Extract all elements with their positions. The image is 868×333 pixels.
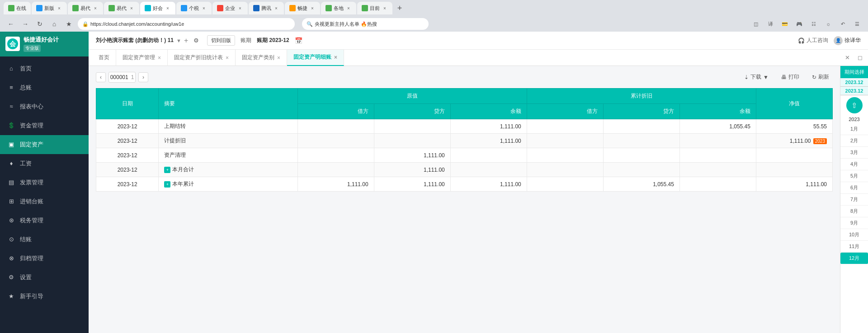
- close-pane-icon[interactable]: ✕: [843, 53, 852, 62]
- page-tab-0[interactable]: 首页: [92, 50, 116, 66]
- url-input[interactable]: 🔒 https://cloud.chanjet.com/accounting/u…: [78, 18, 295, 30]
- browser-tab-1[interactable]: 新版×: [32, 2, 67, 14]
- brightness-icon[interactable]: ☼: [823, 19, 834, 29]
- tab-favicon: [145, 5, 151, 11]
- grid-icon[interactable]: ☷: [808, 19, 819, 29]
- extensions-icon[interactable]: ◫: [750, 19, 761, 29]
- tab-label: 畅捷: [297, 5, 307, 12]
- browser-tab-5[interactable]: 个税×: [176, 2, 212, 14]
- sidebar-item-ledger[interactable]: ≡总账: [0, 78, 89, 97]
- period-month-9[interactable]: 9月: [840, 217, 868, 229]
- period-month-12[interactable]: 12月: [840, 253, 868, 264]
- support-label: 人工咨询: [807, 37, 828, 44]
- sidebar-item-invoice[interactable]: ▤发票管理: [0, 173, 89, 192]
- sidebar-item-tax[interactable]: ⊛税务管理: [0, 211, 89, 230]
- sidebar-item-close-account[interactable]: ⊙结账: [0, 230, 89, 249]
- tab-close-button[interactable]: ×: [56, 5, 62, 11]
- period-secondary-display: 2023.12: [840, 87, 868, 95]
- page-tab-2[interactable]: 固定资产折旧统计表×: [168, 50, 236, 66]
- period-month-2[interactable]: 2月: [840, 135, 868, 147]
- period-month-5[interactable]: 5月: [840, 170, 868, 182]
- switch-version-button[interactable]: 切到旧版: [207, 35, 235, 46]
- period-month-3[interactable]: 3月: [840, 147, 868, 159]
- browser-tab-9[interactable]: 各地×: [321, 2, 356, 14]
- tab-close-button[interactable]: ×: [273, 5, 279, 11]
- tab-close-button[interactable]: ×: [345, 5, 352, 11]
- page-tab-close[interactable]: ×: [334, 54, 337, 61]
- tab-close-button[interactable]: ×: [128, 5, 135, 11]
- undo-icon[interactable]: ↶: [837, 19, 848, 29]
- page-tab-1[interactable]: 固定资产管理×: [116, 50, 168, 66]
- sidebar-item-home[interactable]: ⌂首页: [0, 59, 89, 78]
- sidebar-item-asset[interactable]: ▣固定资产: [0, 135, 89, 154]
- game-icon[interactable]: 🎮: [794, 19, 805, 29]
- period-month-8[interactable]: 8月: [840, 206, 868, 217]
- page-tab-close[interactable]: ×: [277, 55, 280, 61]
- period-value: 账期 2023-12: [257, 37, 289, 44]
- page-number-display[interactable]: 000001 1: [108, 72, 136, 83]
- page-tab-close[interactable]: ×: [158, 55, 161, 61]
- print-button[interactable]: 🖶 打印: [778, 71, 803, 83]
- translate-icon[interactable]: 译: [765, 19, 776, 29]
- settings-company-icon[interactable]: ⚙: [191, 35, 202, 46]
- tab-close-button[interactable]: ×: [92, 5, 99, 11]
- support-button[interactable]: 🎧 人工咨询: [798, 37, 828, 44]
- page-tab-close[interactable]: ×: [226, 55, 229, 61]
- user-button[interactable]: 👤 徐译华: [834, 36, 861, 45]
- tab-close-button[interactable]: ×: [382, 5, 388, 11]
- browser-tab-7[interactable]: 腾讯×: [249, 2, 284, 14]
- cell-orig-credit: 1,111.00: [374, 177, 450, 192]
- sidebar-item-guide[interactable]: ★新手引导: [0, 287, 89, 306]
- page-tab-3[interactable]: 固定资产类别×: [236, 50, 287, 66]
- tab-label: 易代: [117, 5, 127, 12]
- cell-dep-balance: 1,055.45: [679, 119, 756, 134]
- sidebar-item-chart[interactable]: ≈报表中心: [0, 97, 89, 116]
- sidebar-item-salary[interactable]: ♦工资: [0, 154, 89, 173]
- browser-tab-10[interactable]: 目前×: [357, 2, 392, 14]
- browser-tab-6[interactable]: 企业×: [212, 2, 248, 14]
- browser-toolbar-right: ◫ 译 💳 🎮 ☷ ☼ ↶ ☰: [750, 19, 863, 29]
- scroll-up-button[interactable]: ⇧: [846, 97, 863, 113]
- tab-close-button[interactable]: ×: [309, 5, 316, 11]
- search-bar[interactable]: 🔍 央视更新主持人名单 🔥热搜: [302, 18, 429, 30]
- page-tab-4[interactable]: 固定资产明细账×: [287, 50, 344, 66]
- period-month-4[interactable]: 4月: [840, 159, 868, 170]
- browser-tab-4[interactable]: 好会×: [140, 2, 175, 14]
- period-month-11[interactable]: 11月: [840, 241, 868, 253]
- tab-close-button[interactable]: ×: [165, 5, 171, 11]
- period-month-6[interactable]: 6月: [840, 182, 868, 194]
- print-icon: 🖶: [781, 74, 787, 80]
- bookmark-button[interactable]: ★: [63, 19, 74, 29]
- back-button[interactable]: ←: [5, 19, 16, 29]
- tab-close-button[interactable]: ×: [201, 5, 207, 11]
- period-month-7[interactable]: 7月: [840, 194, 868, 206]
- cell-dep-credit: [603, 163, 679, 177]
- new-tab-button[interactable]: +: [393, 2, 406, 14]
- browser-tab-0[interactable]: 在线: [4, 2, 31, 14]
- browser-tab-2[interactable]: 易代×: [68, 2, 103, 14]
- period-month-10[interactable]: 10月: [840, 229, 868, 241]
- dropdown-icon[interactable]: ▼: [176, 38, 181, 43]
- period-month-1[interactable]: 1月: [840, 123, 868, 135]
- forward-button[interactable]: →: [20, 19, 31, 29]
- refresh-button[interactable]: ↻ 刷新: [808, 71, 833, 83]
- company-name: 刘小艳演示账套 (勿删勿动！) 11: [96, 37, 174, 44]
- sidebar-item-settings[interactable]: ⚙设置: [0, 268, 89, 287]
- sidebar-item-money[interactable]: 💲资金管理: [0, 116, 89, 135]
- calendar-icon[interactable]: 📅: [295, 37, 302, 44]
- browser-tab-8[interactable]: 畅捷×: [285, 2, 320, 14]
- sidebar-item-archive[interactable]: ⊗归档管理: [0, 249, 89, 268]
- menu-icon[interactable]: ☰: [852, 19, 863, 29]
- browser-tab-3[interactable]: 易代×: [104, 2, 139, 14]
- wallet-icon[interactable]: 💳: [779, 19, 790, 29]
- download-button[interactable]: ⇣ 下载 ▼: [741, 71, 772, 83]
- sidebar-item-inventory[interactable]: ⊞进销台账: [0, 192, 89, 211]
- add-company-icon[interactable]: +: [184, 37, 188, 45]
- home-button[interactable]: ⌂: [49, 19, 60, 29]
- reload-button[interactable]: ↻: [34, 19, 45, 29]
- next-page-button[interactable]: ›: [138, 72, 148, 82]
- prev-page-button[interactable]: ‹: [96, 72, 106, 82]
- maximize-pane-icon[interactable]: ◻: [855, 53, 864, 62]
- cell-dep-debit: [527, 177, 603, 192]
- tab-close-button[interactable]: ×: [237, 5, 243, 11]
